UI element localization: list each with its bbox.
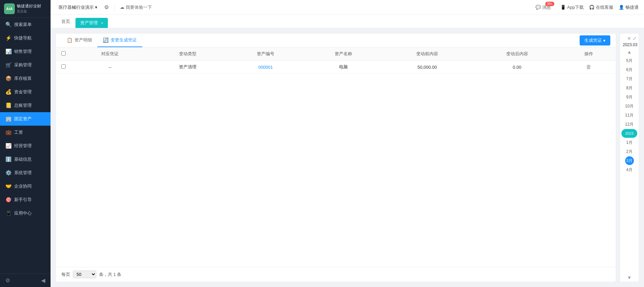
tab-asset-manage[interactable]: 资产管理 × [75, 18, 108, 28]
header-change-type: 变动类型 [149, 47, 227, 61]
change-voucher-table: 对应凭证 变动类型 资产编号 资产名称 变动前内容 变动后内容 操作 [56, 47, 616, 74]
nav-label-quick-nav: 快捷导航 [14, 35, 32, 41]
user-btn[interactable]: 👤 畅捷通 [619, 4, 639, 10]
month-item[interactable]: 12月 [621, 120, 637, 129]
sidebar-item-purchase[interactable]: 🛒采购管理 [0, 58, 51, 72]
experience-btn[interactable]: ☁ 我要体验一下 [120, 4, 152, 10]
tab-home[interactable]: 首页 [56, 16, 75, 28]
sidebar-item-ledger[interactable]: 📒总账管理 [0, 99, 51, 112]
nav-label-inventory: 库存核算 [14, 75, 32, 82]
month-item[interactable]: 8月 [621, 84, 637, 92]
total-label: 条，共 1 条 [99, 272, 121, 278]
generate-voucher-button[interactable]: 生成凭证 ▾ [580, 35, 610, 45]
sidebar-item-quick-nav[interactable]: ⚡快捷导航 [0, 31, 51, 45]
dropdown-arrow-icon: ▾ [603, 38, 606, 43]
nav-icon-fixed-assets: 🏢 [5, 116, 11, 122]
header-before-content: 变动前内容 [382, 47, 472, 61]
delete-button[interactable]: 🗑 [586, 64, 591, 70]
sub-tab-change-voucher-label: 变更生成凭证 [111, 37, 137, 43]
nav-icon-operations: 📈 [5, 143, 11, 149]
row-voucher: -- [71, 61, 149, 74]
message-btn[interactable]: 💬 消息 99+ [535, 4, 551, 10]
sidebar-item-fixed-assets[interactable]: 🏢固定资产 [0, 112, 51, 126]
sidebar-item-operations[interactable]: 📈经营管理 [0, 139, 51, 153]
nav-label-enterprise: 企业协同 [14, 183, 32, 189]
header-checkbox-cell [56, 47, 71, 61]
nav-icon-ledger: 📒 [5, 102, 11, 108]
nav-icon-quick-nav: ⚡ [5, 35, 11, 41]
month-item[interactable]: 3月 [625, 156, 634, 165]
month-item[interactable]: 11月 [621, 111, 637, 120]
panel-expand-icon[interactable]: ⤢ [633, 36, 637, 41]
panel-close-icon[interactable]: ✕ [627, 36, 631, 41]
row-after-content: 0.00 [472, 61, 562, 74]
sidebar-item-app-center[interactable]: 📱应用中心 [0, 206, 51, 220]
user-icon: 👤 [619, 5, 624, 10]
nav-icon-system: ⚙️ [5, 170, 11, 176]
month-item[interactable]: 2月 [621, 147, 637, 156]
collapse-icon[interactable]: ◀ [41, 277, 45, 284]
list-icon: 📋 [67, 37, 72, 43]
tab-close-icon[interactable]: × [101, 21, 103, 25]
nav-icon-funds: 💰 [5, 89, 11, 95]
month-item[interactable]: 4月 [621, 165, 637, 174]
next-period-icon[interactable]: ▼ [620, 274, 639, 282]
settings-gear-icon[interactable]: ⚙ [104, 4, 109, 10]
phone-icon: 📱 [560, 5, 566, 10]
header-operation: 操作 [562, 47, 616, 61]
sidebar-item-inventory[interactable]: 📦库存核算 [0, 72, 51, 85]
nav-label-basic-info: 基础信息 [14, 156, 32, 162]
year-marker[interactable]: 2023 [621, 129, 637, 138]
sidebar-nav: 🔍搜索菜单⚡快捷导航📊销售管理🛒采购管理📦库存核算💰资金管理📒总账管理🏢固定资产… [0, 18, 51, 274]
month-item[interactable]: 6月 [621, 65, 637, 74]
month-item[interactable]: 10月 [621, 102, 637, 110]
sub-tab-change-voucher[interactable]: 🔄 变更生成凭证 [97, 34, 142, 47]
headset-icon: 🎧 [589, 5, 594, 10]
app-name: 畅捷通好业财 [17, 4, 41, 9]
nav-icon-search: 🔍 [5, 22, 11, 28]
message-icon: 💬 [535, 5, 541, 10]
nav-label-salary: 工资 [14, 129, 23, 135]
sidebar-item-system[interactable]: ⚙️系统管理 [0, 166, 51, 180]
sub-tab-asset-detail[interactable]: 📋 资产明细 [61, 34, 97, 47]
month-item[interactable]: 9月 [621, 93, 637, 101]
sidebar-item-sales[interactable]: 📊销售管理 [0, 45, 51, 58]
prev-period-icon[interactable]: ▲ [620, 48, 639, 56]
sidebar-item-basic-info[interactable]: ℹ️基础信息 [0, 153, 51, 166]
online-service-btn[interactable]: 🎧 在线客服 [589, 4, 613, 10]
sidebar-item-guide[interactable]: 🎯新手引导 [0, 193, 51, 206]
select-all-checkbox[interactable] [61, 51, 66, 56]
sidebar-item-enterprise[interactable]: 🤝企业协同 [0, 180, 51, 193]
sidebar-item-salary[interactable]: 💼工资 [0, 126, 51, 139]
month-item[interactable]: 1月 [621, 138, 637, 147]
sidebar-item-funds[interactable]: 💰资金管理 [0, 85, 51, 99]
nav-label-app-center: 应用中心 [14, 210, 32, 216]
table-header-row: 对应凭证 变动类型 资产编号 资产名称 变动前内容 变动后内容 操作 [56, 47, 616, 61]
refresh-icon: 🔄 [103, 37, 109, 43]
nav-icon-app-center: 📱 [5, 210, 11, 216]
month-list: 5月6月7月8月9月10月11月12月20231月2月3月4月 [620, 56, 639, 274]
experience-text: 我要体验一下 [126, 4, 152, 10]
row-asset-name: 电脑 [305, 61, 382, 74]
row-checkbox[interactable] [61, 64, 66, 69]
nav-icon-salary: 💼 [5, 129, 11, 135]
per-page-select[interactable]: 50 10 20 100 [73, 270, 96, 278]
company-selector[interactable]: 医疗器械行业演示 ▾ [56, 3, 100, 12]
sidebar-item-search[interactable]: 🔍搜索菜单 [0, 18, 51, 31]
settings-icon[interactable]: ⚙ [5, 277, 10, 284]
nav-icon-enterprise: 🤝 [5, 183, 11, 189]
table-row: -- 资产清理 000001 电脑 50,000.00 0.00 🗑 [56, 61, 616, 74]
company-name: 医疗器械行业演示 [59, 4, 94, 10]
month-item[interactable]: 7月 [621, 74, 637, 83]
generate-voucher-label: 生成凭证 [584, 37, 602, 43]
app-download-btn[interactable]: 📱 App下载 [560, 4, 584, 10]
row-before-content: 50,000.00 [382, 61, 472, 74]
row-change-type: 资产清理 [149, 61, 227, 74]
nav-label-system: 系统管理 [14, 170, 32, 176]
header-divider [114, 4, 115, 11]
right-panel: ✕ ⤢ 2023.03 ▲ 5月6月7月8月9月10月11月12月20231月2… [620, 34, 639, 282]
month-item[interactable]: 5月 [621, 56, 637, 65]
nav-icon-sales: 📊 [5, 49, 11, 55]
tab-asset-manage-label: 资产管理 [80, 20, 98, 25]
header-asset-code: 资产编号 [227, 47, 305, 61]
